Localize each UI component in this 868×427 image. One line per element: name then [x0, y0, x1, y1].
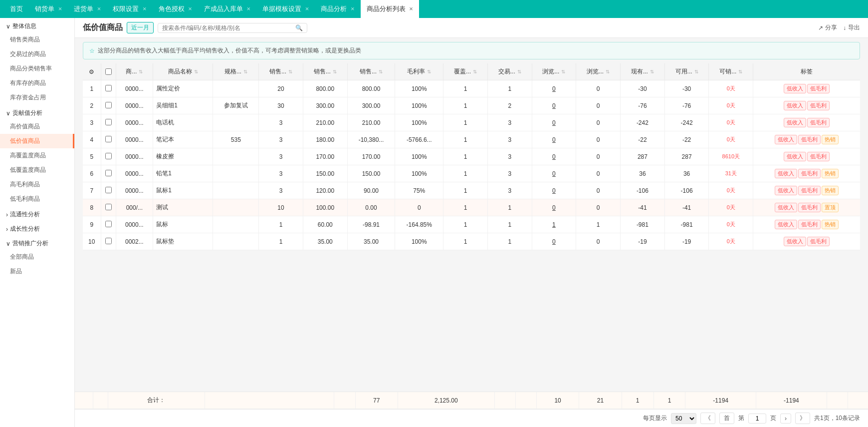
time-filter-button[interactable]: 近一月: [127, 22, 154, 33]
row-view1[interactable]: 0: [532, 199, 576, 216]
last-page-button[interactable]: 》: [795, 413, 810, 424]
close-icon[interactable]: ×: [188, 5, 192, 12]
sidebar-group-overall[interactable]: ∨ 整体信息: [0, 18, 74, 32]
close-icon[interactable]: ×: [143, 5, 147, 12]
first-page-button[interactable]: 《: [700, 413, 715, 424]
sort-icon[interactable]: ⇅: [194, 69, 198, 74]
view1-link[interactable]: 0: [552, 153, 556, 160]
sort-icon[interactable]: ⇅: [517, 69, 521, 74]
col-header-view2[interactable]: 浏览...⇅: [576, 63, 621, 80]
row-view1[interactable]: 0: [532, 114, 576, 131]
row-checkbox-cell[interactable]: [101, 165, 116, 182]
view1-link[interactable]: 1: [552, 221, 556, 228]
nav-product-inbound[interactable]: 产成品入库单 ×: [198, 0, 256, 18]
row-checkbox-cell[interactable]: [101, 97, 116, 114]
view1-link[interactable]: 0: [552, 170, 556, 177]
sidebar-item-low-value[interactable]: 低价值商品: [0, 134, 74, 148]
sort-icon[interactable]: ⇅: [473, 69, 477, 74]
sort-icon[interactable]: ⇅: [139, 69, 143, 74]
sidebar-item-high-value[interactable]: 高价值商品: [0, 119, 74, 134]
col-header-coverage[interactable]: 覆盖...⇅: [443, 63, 488, 80]
next-page-button[interactable]: ›: [780, 414, 791, 424]
close-icon[interactable]: ×: [351, 5, 355, 12]
row-checkbox-cell[interactable]: [101, 148, 116, 165]
col-header-spec[interactable]: 规格...⇅: [213, 63, 259, 80]
settings-icon[interactable]: ⚙: [89, 68, 94, 75]
row-checkbox[interactable]: [105, 136, 112, 142]
row-checkbox[interactable]: [105, 153, 112, 159]
search-input[interactable]: [162, 24, 293, 31]
col-header-transaction[interactable]: 交易...⇅: [487, 63, 532, 80]
nav-product-analysis-list[interactable]: 商品分析列表 ×: [361, 0, 419, 18]
page-number-input[interactable]: [748, 414, 766, 424]
close-icon[interactable]: ×: [305, 5, 309, 12]
col-header-sales-cost[interactable]: 销售...⇅: [347, 63, 395, 80]
page-size-select[interactable]: 50 100 200: [671, 413, 696, 424]
share-button[interactable]: ↗ 分享: [818, 23, 837, 32]
col-header-gross-margin[interactable]: 毛利率⇅: [395, 63, 443, 80]
col-header-sales-qty[interactable]: 销售...⇅: [259, 63, 303, 80]
view1-link[interactable]: 0: [552, 119, 556, 126]
col-header-code[interactable]: 商...⇅: [116, 63, 153, 80]
close-icon[interactable]: ×: [409, 5, 413, 12]
sort-icon[interactable]: ⇅: [379, 69, 383, 74]
row-checkbox-cell[interactable]: [101, 131, 116, 148]
checkbox-column-header[interactable]: [101, 63, 116, 80]
nav-home[interactable]: 首页: [4, 0, 29, 18]
row-checkbox-cell[interactable]: [101, 199, 116, 216]
view1-link[interactable]: 0: [552, 136, 556, 143]
row-checkbox[interactable]: [105, 204, 112, 210]
settings-column-header[interactable]: ⚙: [83, 63, 101, 80]
sidebar-item-low-coverage[interactable]: 低覆盖度商品: [0, 163, 74, 177]
sidebar-group-marketing[interactable]: ∨ 营销推广分析: [0, 235, 74, 250]
row-view1[interactable]: 1: [532, 216, 576, 233]
nav-role-auth[interactable]: 角色授权 ×: [153, 0, 198, 18]
nav-sales-order[interactable]: 销货单 ×: [29, 0, 68, 18]
view1-link[interactable]: 0: [552, 187, 556, 194]
sidebar-item-high-coverage[interactable]: 高覆盖度商品: [0, 148, 74, 163]
select-all-checkbox[interactable]: [105, 68, 112, 75]
view1-link[interactable]: 0: [552, 238, 556, 245]
col-header-available[interactable]: 可用...⇅: [664, 63, 709, 80]
sidebar-item-stock-products[interactable]: 有库存的商品: [0, 76, 74, 90]
row-checkbox[interactable]: [105, 119, 112, 125]
col-header-sales-amount[interactable]: 销售...⇅: [303, 63, 347, 80]
view1-link[interactable]: 0: [552, 85, 556, 92]
row-checkbox-cell[interactable]: [101, 233, 116, 250]
prev-page-button[interactable]: 首: [719, 413, 734, 424]
row-checkbox[interactable]: [105, 85, 112, 91]
row-checkbox[interactable]: [105, 238, 112, 244]
col-header-sellable[interactable]: 可销...⇅: [709, 63, 753, 80]
sidebar-group-contribution[interactable]: ∨ 贡献值分析: [0, 105, 74, 119]
row-view1[interactable]: 0: [532, 148, 576, 165]
sidebar-item-new-products[interactable]: 新品: [0, 264, 74, 279]
sidebar-item-high-margin[interactable]: 高毛利商品: [0, 177, 74, 192]
nav-purchase-order[interactable]: 进货单 ×: [68, 0, 107, 18]
row-checkbox-cell[interactable]: [101, 80, 116, 97]
row-checkbox[interactable]: [105, 170, 112, 176]
sidebar-item-category-sales-rate[interactable]: 商品分类销售率: [0, 61, 74, 76]
sidebar-item-stock-capital[interactable]: 库存资金占用: [0, 90, 74, 105]
row-view1[interactable]: 0: [532, 131, 576, 148]
sidebar-group-circulation[interactable]: › 流通性分析: [0, 206, 74, 221]
nav-permission[interactable]: 权限设置 ×: [107, 0, 152, 18]
view1-link[interactable]: 0: [552, 102, 556, 109]
sort-icon[interactable]: ⇅: [427, 69, 431, 74]
view1-link[interactable]: 0: [552, 204, 556, 211]
sidebar-group-growth[interactable]: › 成长性分析: [0, 221, 74, 235]
close-icon[interactable]: ×: [247, 5, 251, 12]
nav-template-settings[interactable]: 单据模板设置 ×: [256, 0, 315, 18]
row-checkbox[interactable]: [105, 187, 112, 193]
sort-icon[interactable]: ⇅: [650, 69, 654, 74]
search-icon[interactable]: 🔍: [295, 24, 303, 31]
sort-icon[interactable]: ⇅: [561, 69, 565, 74]
close-icon[interactable]: ×: [58, 5, 62, 12]
sort-icon[interactable]: ⇅: [333, 69, 337, 74]
sort-icon[interactable]: ⇅: [606, 69, 610, 74]
col-header-current-stock[interactable]: 现有...⇅: [621, 63, 665, 80]
export-button[interactable]: ↓ 导出: [843, 23, 860, 32]
row-view1[interactable]: 0: [532, 97, 576, 114]
sidebar-item-sales-products[interactable]: 销售类商品: [0, 32, 74, 47]
sidebar-item-traded-products[interactable]: 交易过的商品: [0, 47, 74, 61]
row-checkbox[interactable]: [105, 221, 112, 227]
